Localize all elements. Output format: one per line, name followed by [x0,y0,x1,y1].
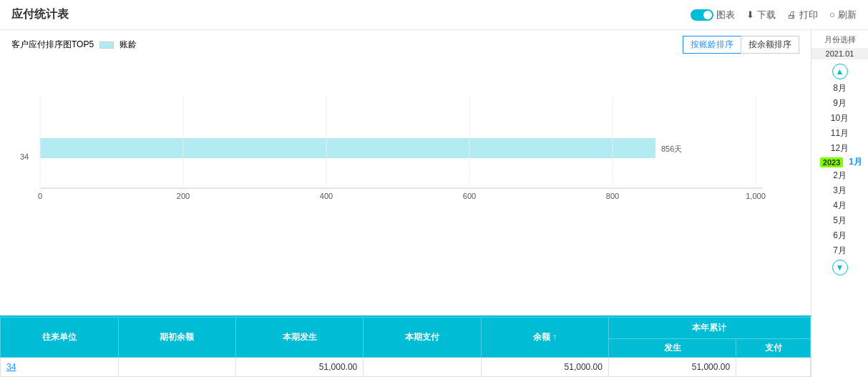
cell-ytd-pay [736,358,811,377]
app-container: 应付统计表 图表 ⬇ 下载 🖨 打印 ○ 刷新 [0,0,868,377]
col-ytd-pay: 支付 [736,339,811,358]
main-content: 客户应付排序图TOP5 账龄 按账龄排序 按余额排序 34 856天 [0,30,868,377]
print-button[interactable]: 🖨 打印 [787,9,818,21]
sort-by-balance-button[interactable]: 按余额排序 [741,36,799,54]
x-tick-400: 400 [320,192,333,200]
cell-current-occur: 51,000.00 [236,358,364,377]
bar-y-label: 34 [20,152,29,161]
download-label: 下载 [757,9,776,21]
col-ytd-occur: 发生 [608,339,736,358]
cell-opening [118,358,236,377]
sidebar-month-1[interactable]: 1月 [849,156,862,168]
sidebar-month-7[interactable]: 7月 [811,243,868,258]
col-balance: 余额 ↑ [481,318,608,358]
sidebar-title: 月份选择 [824,34,856,45]
print-label: 打印 [799,9,818,21]
chart-toggle[interactable]: 图表 [691,9,735,21]
download-button[interactable]: ⬇ 下载 [746,9,776,21]
header: 应付统计表 图表 ⬇ 下载 🖨 打印 ○ 刷新 [0,0,868,30]
x-tick-0: 0 [38,192,42,200]
legend-color-label: 账龄 [120,39,137,51]
sidebar-month-2[interactable]: 2月 [811,168,868,183]
table-area: 往来单位 期初余额 本期发生 本期支付 余额 ↑ 本年累计 [0,315,811,377]
sidebar-current-date: 2021.01 [811,48,868,59]
sidebar-month-6[interactable]: 6月 [811,228,868,243]
sidebar-down-button[interactable]: ▼ [832,260,848,275]
sort-by-amount-button[interactable]: 按账龄排序 [683,36,741,54]
unit-link[interactable]: 34 [6,362,16,372]
refresh-label: 刷新 [838,9,857,21]
sidebar-month-5[interactable]: 5月 [811,213,868,228]
cell-current-pay [364,358,482,377]
cell-ytd-occur: 51,000.00 [608,358,736,377]
download-icon: ⬇ [746,9,754,20]
x-tick-800: 800 [606,192,619,200]
sidebar-month-10[interactable]: 10月 [811,111,868,126]
table-row: 34 51,000.00 51,000.00 51,000.00 [1,358,811,377]
bar-chart-svg: 34 856天 0 200 400 600 800 1,000 [11,59,799,245]
balance-sort-icon[interactable]: ↑ [552,332,557,342]
x-tick-200: 200 [177,192,190,200]
sidebar-month-9[interactable]: 9月 [811,96,868,111]
page-title: 应付统计表 [11,7,69,22]
chart-area: 客户应付排序图TOP5 账龄 按账龄排序 按余额排序 34 856天 [0,30,811,377]
sidebar-year-row: 2023 1月 [811,156,868,168]
col-current-pay: 本期支付 [364,318,482,358]
right-sidebar: 月份选择 2021.01 ▲ 8月 9月 10月 11月 12月 2023 1月… [811,30,868,377]
col-opening: 期初余额 [118,318,236,358]
bar-days-label: 856天 [661,145,682,153]
sidebar-month-4[interactable]: 4月 [811,198,868,213]
legend-text: 客户应付排序图TOP5 [11,39,94,51]
chart-legend: 客户应付排序图TOP5 账龄 [11,39,137,51]
sidebar-month-3[interactable]: 3月 [811,183,868,198]
table-wrapper: 往来单位 期初余额 本期发生 本期支付 余额 ↑ 本年累计 [0,317,811,377]
legend-color-box [99,41,114,49]
chart-sort-buttons: 按账龄排序 按余额排序 [683,36,799,54]
header-actions: 图表 ⬇ 下载 🖨 打印 ○ 刷新 [691,9,857,21]
print-icon: 🖨 [787,9,796,20]
refresh-icon: ○ [829,9,835,20]
summary-table: 往来单位 期初余额 本期发生 本期支付 余额 ↑ 本年累计 [0,317,811,377]
col-unit: 往来单位 [1,318,119,358]
col-ytd-group: 本年累计 [608,318,810,339]
chart-visual: 34 856天 0 200 400 600 800 1,000 [0,59,811,315]
sidebar-year-badge: 2023 [820,157,843,167]
toggle-switch-icon[interactable] [691,9,713,21]
col-current-occur: 本期发生 [236,318,364,358]
refresh-button[interactable]: ○ 刷新 [829,9,857,21]
sidebar-month-8[interactable]: 8月 [811,81,868,96]
sidebar-up-button[interactable]: ▲ [832,64,848,79]
bar-rect [40,138,655,158]
chart-label: 图表 [716,9,735,21]
x-tick-600: 600 [463,192,476,200]
cell-balance: 51,000.00 [481,358,608,377]
sidebar-month-12[interactable]: 12月 [811,141,868,156]
chart-header: 客户应付排序图TOP5 账龄 按账龄排序 按余额排序 [0,30,811,59]
cell-unit: 34 [1,358,119,377]
sidebar-month-11[interactable]: 11月 [811,126,868,141]
x-tick-1000: 1,000 [746,192,766,200]
